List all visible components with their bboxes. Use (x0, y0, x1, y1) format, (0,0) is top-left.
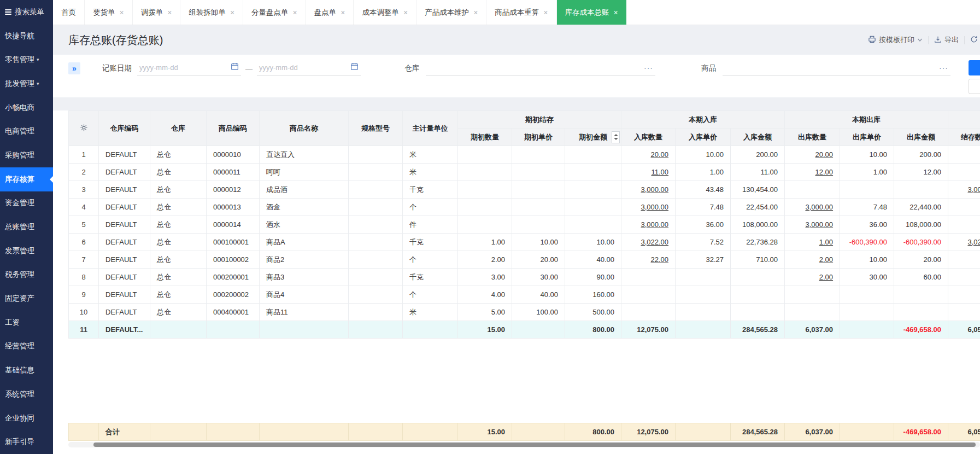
cell: 10.00 (840, 251, 894, 269)
cell: 800.00 (565, 423, 621, 441)
sort-spinner[interactable] (612, 131, 620, 143)
date-from-input[interactable]: yyyy-mm-dd (137, 61, 241, 75)
sidebar-item-label: 零售管理 (5, 55, 34, 65)
sidebar-item-12[interactable]: 固定资产 (0, 287, 53, 311)
sidebar-item-10[interactable]: 发票管理 (0, 239, 53, 263)
drilldown-link-cell[interactable]: 3,000.00 (621, 181, 676, 199)
tab-6[interactable]: 成本调整单× (354, 0, 416, 25)
sidebar-item-14[interactable]: 经营管理 (0, 335, 53, 359)
close-tab-icon[interactable]: × (293, 9, 297, 16)
sidebar-item-17[interactable]: 企业协同 (0, 406, 53, 430)
column-header: 出库金额 (894, 129, 948, 146)
tab-9[interactable]: 库存成本总账× (557, 0, 626, 25)
settings-column-header[interactable] (69, 111, 99, 146)
close-tab-icon[interactable]: × (543, 9, 548, 16)
close-tab-icon[interactable]: × (230, 9, 234, 16)
sidebar-item-16[interactable]: 系统管理 (0, 382, 53, 406)
sidebar-item-5[interactable]: 电商管理 (0, 119, 53, 143)
close-tab-icon[interactable]: × (120, 9, 124, 16)
cell: -469,658.00 (894, 321, 948, 339)
drilldown-link-cell[interactable]: 3,000.00 (621, 199, 676, 216)
warehouse-input[interactable]: ··· (426, 61, 655, 75)
column-header: 仓库 (150, 111, 207, 146)
sidebar-item-2[interactable]: 零售管理▾ (0, 48, 53, 72)
sidebar-item-11[interactable]: 税务管理 (0, 263, 53, 287)
calendar-icon[interactable] (350, 62, 359, 73)
drilldown-link-cell[interactable]: 11.00 (621, 164, 676, 181)
close-tab-icon[interactable]: × (473, 9, 478, 16)
tab-0[interactable]: 首页 (53, 0, 85, 25)
date-to-input[interactable]: yyyy-mm-dd (257, 61, 361, 75)
table-row: 4DEFAULT总仓0000013酒盒个3,000.007.4822,454.0… (69, 199, 980, 216)
query-button[interactable] (969, 60, 980, 75)
drilldown-link-cell[interactable]: 3,000.00 (785, 199, 840, 216)
warehouse-picker-button[interactable]: ··· (644, 63, 653, 72)
refresh-button[interactable]: 刷新 (970, 35, 980, 45)
export-button[interactable]: 导出 (934, 35, 959, 45)
cell: 60.00 (894, 269, 948, 286)
sidebar-item-3[interactable]: 批发管理▾ (0, 72, 53, 96)
cell (731, 286, 785, 304)
cell: 100.00 (512, 304, 565, 321)
cell: 6,037.00 (785, 321, 840, 339)
sidebar-item-13[interactable]: 工资 (0, 311, 53, 335)
drilldown-link-cell[interactable]: 3,022.00 (948, 234, 980, 251)
cell: 商品3 (260, 269, 349, 286)
cell (458, 146, 512, 164)
drilldown-link-cell[interactable]: 12.00 (785, 164, 840, 181)
drilldown-link-cell[interactable]: 20.00 (621, 146, 676, 164)
calendar-icon[interactable] (231, 62, 239, 73)
sidebar-item-1[interactable]: 快捷导航 (0, 24, 53, 48)
drilldown-link-cell[interactable]: 3,000.00 (621, 216, 676, 234)
cell: 米 (403, 304, 458, 321)
product-picker-button[interactable]: ··· (939, 63, 948, 72)
drilldown-link-cell[interactable]: 3,000.00 (948, 181, 980, 199)
horizontal-scrollbar[interactable] (68, 442, 980, 447)
product-input[interactable]: ··· (723, 61, 950, 75)
tab-8[interactable]: 商品成本重算× (486, 0, 556, 25)
drilldown-link-cell[interactable]: 20.00 (785, 146, 840, 164)
cell: 4.00 (458, 286, 512, 304)
close-tab-icon[interactable]: × (403, 9, 408, 16)
sidebar-item-label: 小畅电商 (5, 103, 34, 113)
tab-1[interactable]: 要货单× (85, 0, 133, 25)
close-tab-icon[interactable]: × (614, 9, 618, 16)
drilldown-link-cell[interactable]: 1.00 (785, 234, 840, 251)
sidebar-item-8[interactable]: 资金管理 (0, 191, 53, 216)
sidebar-item-9[interactable]: 总账管理 (0, 215, 53, 239)
tab-3[interactable]: 组装拆卸单× (180, 0, 243, 25)
cell (621, 304, 676, 321)
sidebar-item-18[interactable]: 新手引导 (0, 430, 53, 454)
cell: 000400001 (207, 304, 260, 321)
drilldown-link-cell[interactable]: 3,022.00 (621, 234, 676, 251)
cell: DEFAULT (99, 199, 150, 216)
filter-expand-button[interactable]: » (68, 62, 80, 74)
cell: 米 (403, 146, 458, 164)
close-tab-icon[interactable]: × (167, 9, 172, 16)
cell: 90.00 (565, 269, 621, 286)
drilldown-link-cell[interactable]: 2.00 (785, 251, 840, 269)
tab-7[interactable]: 产品成本维护× (416, 0, 486, 25)
tab-4[interactable]: 分量盘点单× (243, 0, 306, 25)
cell (840, 423, 894, 441)
drilldown-link-cell[interactable]: 3,000.00 (785, 216, 840, 234)
cell: 20.00 (894, 251, 948, 269)
drilldown-link-cell[interactable]: 22.00 (621, 251, 676, 269)
tab-2[interactable]: 调拨单× (133, 0, 181, 25)
sidebar-item-6[interactable]: 采购管理 (0, 143, 53, 167)
print-by-template-button[interactable]: 按模板打印 (868, 35, 923, 45)
reset-button[interactable] (969, 79, 980, 94)
sidebar-item-0[interactable]: 搜索菜单 (0, 0, 53, 24)
sidebar-item-7[interactable]: 库存核算 (0, 167, 53, 191)
close-tab-icon[interactable]: × (341, 9, 345, 16)
table-row: 9DEFAULT总仓000200002商品4个4.0040.00160.00 (69, 286, 980, 304)
scrollbar-thumb[interactable] (93, 443, 976, 447)
cell: 30.00 (512, 269, 565, 286)
cell (731, 304, 785, 321)
cell (948, 304, 980, 321)
cell: 商品2 (260, 251, 349, 269)
sidebar-item-4[interactable]: 小畅电商 (0, 96, 53, 120)
drilldown-link-cell[interactable]: 2.00 (785, 269, 840, 286)
tab-5[interactable]: 盘点单× (306, 0, 354, 25)
sidebar-item-15[interactable]: 基础信息 (0, 358, 53, 382)
